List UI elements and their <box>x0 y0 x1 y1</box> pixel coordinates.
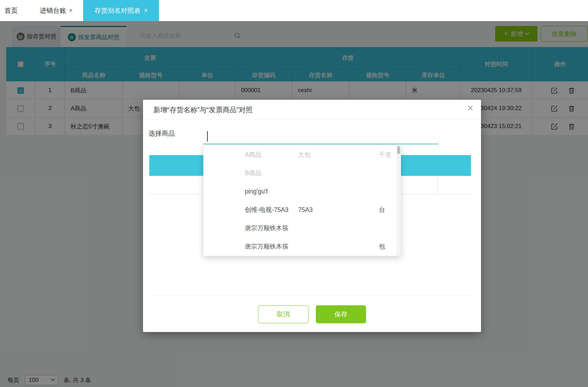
scrollbar-thumb[interactable] <box>397 146 400 154</box>
item-name: 创维-电视-75A3 <box>245 206 288 214</box>
select-product-label: 选择商品 <box>149 129 175 138</box>
dropdown-item[interactable]: 唐宗万顺铁木筷 包 <box>204 237 401 255</box>
item-spec: 大包 <box>298 151 311 159</box>
dropdown-item[interactable]: ping'gu'f <box>204 182 401 200</box>
item-unit: 包 <box>379 242 385 251</box>
item-spec: 75A3 <box>298 206 313 213</box>
footer-divider <box>149 296 475 296</box>
tab-ledger[interactable]: 进销台账 × <box>40 0 73 21</box>
dropdown-item[interactable]: 创维-电视-75A3 75A3 台 <box>204 200 401 219</box>
item-name: A商品 <box>245 151 261 159</box>
dialog-title: 新增“存货名称”与“发票商品”对照 <box>153 105 253 115</box>
dropdown-item[interactable]: 唐宗万顺铁木筷 <box>204 219 401 237</box>
item-name: 唐宗万顺铁木筷 <box>245 224 288 232</box>
item-name: ping'gu'f <box>245 188 268 195</box>
item-name: 唐宗万顺铁木筷 <box>245 242 288 251</box>
item-unit: 千克 <box>379 151 391 159</box>
tab-bar: 首页 进销台账 × 存货别名对照表 × <box>0 0 588 21</box>
dropdown-scrollbar[interactable] <box>397 145 401 256</box>
item-name: B商品 <box>245 169 261 177</box>
tab-home-label: 首页 <box>5 6 18 15</box>
dropdown-item[interactable]: A商品 大包 千克 <box>204 145 401 164</box>
cancel-button[interactable]: 取消 <box>258 305 309 323</box>
save-button[interactable]: 保存 <box>316 305 366 323</box>
tab-ledger-label: 进销台账 <box>40 6 66 15</box>
close-icon[interactable]: × <box>464 101 476 115</box>
input-underline <box>203 144 438 144</box>
text-cursor <box>207 131 208 142</box>
select-product-input[interactable] <box>203 128 438 143</box>
tab-inventory-alias[interactable]: 存货别名对照表 × <box>83 0 159 21</box>
item-unit: 台 <box>379 206 385 214</box>
title-divider <box>143 119 481 120</box>
product-dropdown: A商品 大包 千克 B商品 ping'gu'f 创维-电视-75A3 75A3 … <box>203 145 401 256</box>
tab-home[interactable]: 首页 <box>5 0 18 21</box>
dropdown-item[interactable]: B商品 <box>204 164 401 182</box>
tab-inventory-alias-label: 存货别名对照表 <box>95 6 141 15</box>
close-icon[interactable]: × <box>69 7 73 14</box>
cell-divider <box>437 176 438 194</box>
close-icon[interactable]: × <box>144 7 148 14</box>
